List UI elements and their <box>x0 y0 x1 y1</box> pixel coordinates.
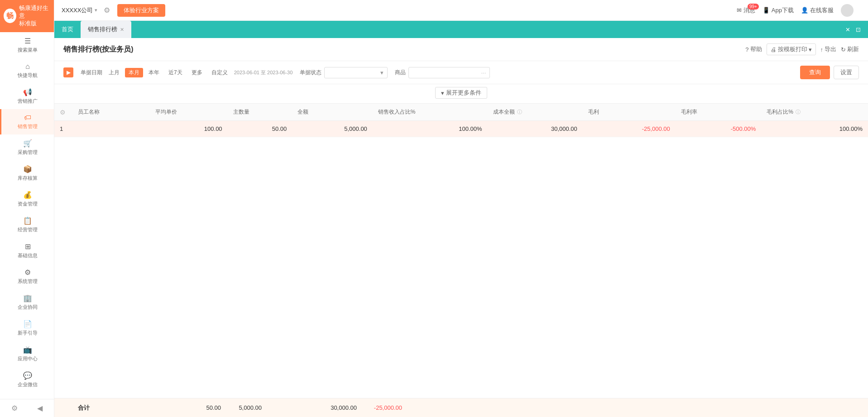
query-button[interactable]: 查询 <box>800 66 830 79</box>
print-icon: 🖨 <box>771 46 777 53</box>
status-filter-label: 单据状态 <box>300 69 321 77</box>
topbar-right: ✉ 消息 99+ 📱 App下载 👤 在线客服 <box>737 4 861 17</box>
tab-close-icon[interactable]: ✕ <box>120 27 124 33</box>
sidebar-item-quick-nav[interactable]: ⌂ 快捷导航 <box>0 58 54 83</box>
company-name: XXXXX公司 <box>62 6 93 14</box>
sidebar-item-search[interactable]: ☰ 搜索菜单 <box>0 32 54 58</box>
summary-gross: -25,000.00 <box>362 404 408 411</box>
print-button[interactable]: 🖨 按模板打印 ▾ <box>767 43 816 55</box>
logo-icon: 畅 <box>4 9 16 23</box>
settings-button[interactable]: 设置 <box>834 66 859 79</box>
window-maximize-icon[interactable]: ⊡ <box>856 26 861 33</box>
goods-input-value <box>412 69 414 76</box>
main-area: XXXXX公司 ▾ ⚙ 体验行业方案 ✉ 消息 99+ 📱 App下载 👤 在线… <box>54 0 868 417</box>
sidebar-item-sales[interactable]: 🏷 销售管理 <box>0 109 54 134</box>
window-close-icon[interactable]: ✕ <box>845 26 850 33</box>
refresh-button[interactable]: ↻ 刷新 <box>841 45 859 53</box>
message-button[interactable]: ✉ 消息 99+ <box>737 6 755 14</box>
date-range-text: 2023-06-01 至 2023-06-30 <box>234 69 293 76</box>
date-option-this-year[interactable]: 本年 <box>145 68 163 77</box>
logo-text: 畅康通好生意 标准版 <box>19 5 50 28</box>
sidebar-nav: ☰ 搜索菜单 ⌂ 快捷导航 📢 营销推广 🏷 销售管理 🛒 采购管理 📦 库存核… <box>0 32 54 399</box>
sidebar: 畅 畅康通好生意 标准版 ☰ 搜索菜单 ⌂ 快捷导航 📢 营销推广 🏷 销售管理… <box>0 0 54 417</box>
sidebar-item-system[interactable]: ⚙ 系统管理 <box>0 264 54 289</box>
footer-settings-icon[interactable]: ⚙ <box>11 404 18 412</box>
company-selector[interactable]: XXXXX公司 ▾ <box>62 6 97 14</box>
sidebar-label-marketing: 营销推广 <box>18 98 38 105</box>
sidebar-label-search: 搜索菜单 <box>18 47 38 53</box>
search-menu-icon: ☰ <box>24 37 31 45</box>
filter-bar: ▶ 单据日期 上月 本月 本年 近7天 更多 自定义 2023-06-01 至 … <box>54 61 868 84</box>
print-chevron-icon: ▾ <box>809 46 812 53</box>
app-download-button[interactable]: 📱 App下载 <box>762 6 794 14</box>
print-label: 按模板打印 <box>778 45 807 53</box>
home-tab-label: 首页 <box>62 25 73 34</box>
gear-icon[interactable]: ⚙ <box>104 6 110 14</box>
date-option-7days[interactable]: 近7天 <box>165 68 186 77</box>
sidebar-label-guide: 新手引导 <box>18 330 38 336</box>
summary-avg-price <box>154 404 190 411</box>
window-controls: ✕ ⊡ <box>838 26 868 33</box>
sidebar-label-sales: 销售管理 <box>18 123 38 130</box>
sidebar-item-enterprise[interactable]: 🏢 企业协同 <box>0 289 54 315</box>
status-chevron-icon: ▾ <box>380 69 384 76</box>
logo-line1: 畅康通好生意 <box>19 5 50 20</box>
footer-collapse-icon[interactable]: ◀ <box>37 404 43 412</box>
export-button[interactable]: ↑ 导出 <box>820 45 837 53</box>
sidebar-item-purchase[interactable]: 🛒 采购管理 <box>0 134 54 160</box>
sidebar-item-appstore[interactable]: 📺 应用中心 <box>0 341 54 367</box>
sidebar-item-finance[interactable]: 💰 资金管理 <box>0 186 54 212</box>
gross-ratio-info-icon[interactable]: ⓘ <box>796 109 801 115</box>
marketing-icon: 📢 <box>23 88 32 96</box>
date-option-last-month[interactable]: 上月 <box>105 68 123 77</box>
sidebar-item-wechat[interactable]: 💬 企业微信 <box>0 367 54 393</box>
cell-sales-ratio: 100.00% <box>373 121 488 137</box>
th-name: 员工名称 <box>72 104 150 121</box>
sidebar-item-operation[interactable]: 📋 经营管理 <box>0 212 54 238</box>
sidebar-label-enterprise: 企业协同 <box>18 304 38 311</box>
th-amount: 全额 <box>292 104 373 121</box>
date-filter-label: 单据日期 <box>81 69 102 77</box>
enterprise-icon: 🏢 <box>23 294 32 302</box>
cell-gross-ratio: 100.00% <box>761 121 868 137</box>
goods-input[interactable]: ··· <box>408 67 490 78</box>
sidebar-item-guide[interactable]: 📄 新手引导 <box>0 315 54 341</box>
th-sales-ratio: 销售收入占比% <box>373 104 488 121</box>
cell-main-qty: 50.00 <box>228 121 293 137</box>
date-option-custom[interactable]: 自定义 <box>208 68 231 77</box>
sidebar-item-basic[interactable]: ⊞ 基础信息 <box>0 238 54 264</box>
cost-info-icon[interactable]: ⓘ <box>517 109 522 115</box>
sidebar-logo: 畅 畅康通好生意 标准版 <box>0 0 54 32</box>
avatar[interactable] <box>841 4 854 17</box>
sidebar-item-inventory[interactable]: 📦 库存核算 <box>0 160 54 186</box>
summary-amount: 5,000.00 <box>226 404 267 411</box>
basic-icon: ⊞ <box>25 242 31 251</box>
filter-toggle-button[interactable]: ▶ <box>63 67 73 77</box>
sidebar-label-basic: 基础信息 <box>18 252 38 259</box>
table-container: ⚙ 员工名称 平均单价 主数量 全额 销售收入占比% 成本全额 ⓘ 毛利 毛利率 <box>54 104 868 398</box>
date-option-this-month[interactable]: 本月 <box>125 68 143 77</box>
filter-expand-row: ▾ 展开更多条件 <box>54 84 868 104</box>
system-icon: ⚙ <box>24 268 31 277</box>
sidebar-label-appstore: 应用中心 <box>18 355 38 362</box>
nav-tabs: 首页 销售排行榜 ✕ ✕ ⊡ <box>54 21 868 38</box>
tab-home[interactable]: 首页 <box>54 21 81 38</box>
sidebar-footer: ⚙ ◀ <box>0 399 54 417</box>
help-button[interactable]: ? 帮助 <box>745 45 762 53</box>
table-settings-icon[interactable]: ⚙ <box>60 109 66 116</box>
sidebar-label-wechat: 企业微信 <box>18 381 38 388</box>
export-label: 导出 <box>825 45 836 53</box>
date-option-more[interactable]: 更多 <box>188 68 206 77</box>
trial-button[interactable]: 体验行业方案 <box>117 4 165 17</box>
status-select[interactable]: ▾ <box>324 67 388 78</box>
tab-sales-rank[interactable]: 销售排行榜 ✕ <box>81 21 131 38</box>
online-service-button[interactable]: 👤 在线客服 <box>801 6 834 14</box>
sidebar-item-marketing[interactable]: 📢 营销推广 <box>0 83 54 109</box>
goods-filter-group: 商品 ··· <box>395 67 490 78</box>
message-icon: ✉ <box>737 7 742 14</box>
th-gross-ratio: 毛利占比% ⓘ <box>761 104 868 121</box>
expand-label: 展开更多条件 <box>446 89 481 97</box>
chevron-down-icon: ▾ <box>95 7 97 13</box>
expand-conditions-button[interactable]: ▾ 展开更多条件 <box>435 87 487 99</box>
sidebar-item-vip[interactable]: V 畅会员 <box>0 393 54 399</box>
